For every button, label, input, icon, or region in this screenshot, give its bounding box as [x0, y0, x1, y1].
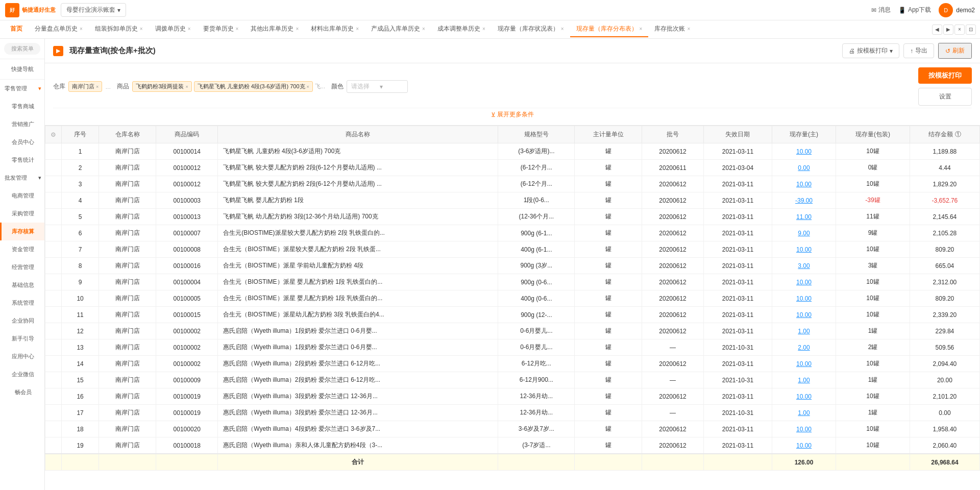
sidebar-item-enterprise[interactable]: 企业协同: [0, 312, 44, 330]
warehouse-more[interactable]: …: [105, 84, 111, 90]
remove-product-tag-1[interactable]: ×: [307, 84, 309, 89]
sidebar-item-business[interactable]: 经营管理: [0, 258, 44, 276]
close-icon[interactable]: ×: [188, 26, 191, 32]
row-stock-main[interactable]: 10.00: [772, 176, 836, 192]
row-stock-main[interactable]: 10.00: [772, 241, 836, 258]
row-spec: (3-6岁适用)...: [498, 143, 575, 160]
close-icon[interactable]: ×: [640, 26, 643, 32]
row-stock-main[interactable]: 10.00: [772, 388, 836, 405]
app-download-button[interactable]: 📱 App下载: [898, 6, 931, 14]
close-icon[interactable]: ×: [296, 26, 299, 32]
tab-product-in[interactable]: 产成品入库单历史 ×: [365, 21, 431, 37]
color-select[interactable]: 请选择 ▾: [347, 80, 408, 93]
row-balance: 1,829.20: [910, 176, 979, 192]
close-icon[interactable]: ×: [356, 26, 359, 32]
remove-product-tag-0[interactable]: ×: [185, 84, 188, 89]
row-stock-main[interactable]: 0.00: [772, 160, 836, 176]
sidebar-item-purchase[interactable]: 采购管理: [0, 205, 44, 223]
close-icon[interactable]: ×: [687, 26, 690, 32]
sidebar-item-retail-shop[interactable]: 零售商城: [0, 97, 44, 115]
col-settings: ⚙: [45, 126, 62, 143]
row-spec: 12-36月幼...: [498, 405, 575, 421]
nav-close-all[interactable]: ×: [954, 24, 965, 35]
industry-selector[interactable]: 母婴行业演示账套 ▾: [61, 3, 126, 17]
close-icon[interactable]: ×: [422, 26, 425, 32]
row-settings: [45, 339, 62, 356]
sidebar-item-basic[interactable]: 基础信息: [0, 276, 44, 294]
nav-expand[interactable]: ⊡: [966, 24, 976, 35]
query-button[interactable]: 按模板打印: [918, 67, 972, 84]
sidebar-item-retail-mgmt[interactable]: 零售管理 ▾: [0, 80, 44, 97]
product-label: 商品: [117, 82, 129, 91]
close-icon[interactable]: ×: [561, 26, 564, 32]
table-row: 17 南岸门店 00100019 惠氏启陪（Wyeth illuma）3段奶粉 …: [45, 405, 980, 421]
row-stock-main[interactable]: 10.00: [772, 290, 836, 307]
tab-other-out[interactable]: 其他出库单历史 ×: [244, 21, 305, 37]
row-stock-main[interactable]: 2.00: [772, 339, 836, 356]
sidebar-menu: 零售管理 ▾ 零售商城 营销推广 会员中心 零售统计 批发管理 ▾ 电商管理 采…: [0, 80, 44, 490]
export-button[interactable]: ↑ 导出: [903, 43, 934, 58]
close-icon[interactable]: ×: [236, 26, 239, 32]
row-stock-main[interactable]: 10.00: [772, 307, 836, 323]
sidebar-item-wholesale[interactable]: 批发管理 ▾: [0, 169, 44, 187]
tab-home[interactable]: 首页: [4, 21, 29, 37]
tab-cost-adjust[interactable]: 成本调整单历史 ×: [431, 21, 492, 37]
close-icon[interactable]: ×: [482, 26, 485, 32]
expand-sidebar-button[interactable]: ▶: [53, 46, 63, 56]
print-button[interactable]: 🖨 按模板打印 ▾: [842, 43, 899, 58]
sidebar-item-apps[interactable]: 应用中心: [0, 348, 44, 365]
setting-button[interactable]: 设置: [918, 88, 972, 106]
row-stock-main[interactable]: 1.00: [772, 323, 836, 339]
tab-stock-status[interactable]: 现存量（库存状况表） ×: [492, 21, 570, 37]
row-stock-main[interactable]: 10.00: [772, 356, 836, 372]
close-icon[interactable]: ×: [140, 26, 143, 32]
refresh-button[interactable]: ↺ 刷新: [938, 43, 972, 59]
chevron-down-icon: ▾: [38, 85, 41, 92]
row-warehouse: 南岸门店: [99, 209, 156, 225]
row-stock-main[interactable]: 10.00: [772, 437, 836, 454]
gear-icon[interactable]: ⚙: [51, 131, 56, 138]
sidebar-item-member[interactable]: 会员中心: [0, 133, 44, 151]
row-stock-main[interactable]: 9.00: [772, 225, 836, 241]
message-button[interactable]: ✉ 消息: [871, 6, 891, 14]
row-stock-main[interactable]: 10.00: [772, 421, 836, 437]
close-icon[interactable]: ×: [80, 26, 83, 32]
sidebar-item-guide[interactable]: 新手引导: [0, 330, 44, 348]
chevron-down-icon: ▾: [38, 175, 41, 181]
tab-disassemble[interactable]: 组装拆卸单历史 ×: [89, 21, 149, 37]
row-stock-main[interactable]: 3.00: [772, 258, 836, 274]
sidebar-item-finance[interactable]: 资金管理: [0, 240, 44, 258]
sidebar-item-marketing[interactable]: 营销推广: [0, 115, 44, 133]
search-input[interactable]: 搜索英单: [4, 43, 40, 55]
row-stock-main[interactable]: 10.00: [772, 143, 836, 160]
row-batch: 20200612: [642, 437, 704, 454]
row-stock-main[interactable]: 11.00: [772, 209, 836, 225]
sidebar-item-wechat[interactable]: 企业微信: [0, 365, 44, 383]
row-stock-main[interactable]: 1.00: [772, 405, 836, 421]
sidebar-item-system[interactable]: 系统管理: [0, 294, 44, 312]
row-code: 00100003: [156, 192, 218, 209]
sidebar-quick-nav: 快捷导航: [0, 59, 44, 80]
expand-more-button[interactable]: ⊻ 展开更多条件: [491, 110, 534, 119]
tab-req-goods[interactable]: 要货单历史 ×: [197, 21, 245, 37]
tab-split-inventory[interactable]: 分量盘点单历史 ×: [29, 21, 89, 37]
row-stock-main[interactable]: 10.00: [772, 274, 836, 290]
row-code: 00100012: [156, 160, 218, 176]
nav-prev-arrow[interactable]: ◀: [932, 24, 942, 35]
row-stock-main[interactable]: 1.00: [772, 372, 836, 388]
user-area[interactable]: D demo2: [939, 3, 975, 17]
row-spec: 0-6月婴儿...: [498, 339, 575, 356]
tab-transfer[interactable]: 调拨单历史 ×: [149, 21, 197, 37]
tab-material-out[interactable]: 材料出库单历史 ×: [305, 21, 365, 37]
sidebar-item-inventory[interactable]: 库存核算: [0, 223, 44, 240]
remove-warehouse-tag[interactable]: ×: [96, 84, 99, 89]
nav-next-arrow[interactable]: ▶: [943, 24, 953, 35]
sidebar-item-ecommerce[interactable]: 电商管理: [0, 187, 44, 205]
tab-batch-ledger[interactable]: 库存批次账 ×: [648, 21, 696, 37]
tab-stock-dist[interactable]: 现存量（库存分布表） ×: [570, 21, 649, 37]
quick-nav-item[interactable]: 快捷导航: [0, 62, 44, 76]
row-stock-main[interactable]: -39.00: [772, 192, 836, 209]
sidebar-item-retail-stats[interactable]: 零售统计: [0, 151, 44, 169]
sidebar-item-member2[interactable]: 畅会员: [0, 383, 44, 401]
product-more[interactable]: 飞...: [315, 83, 325, 90]
